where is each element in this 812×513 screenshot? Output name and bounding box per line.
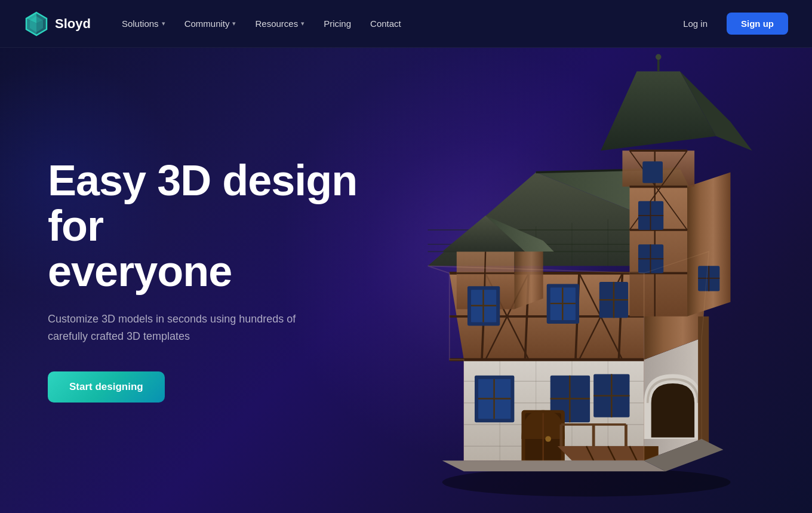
nav-left: Sloyd Solutions ▾ Community ▾ Resources … xyxy=(24,11,408,36)
svg-rect-88 xyxy=(642,161,663,183)
nav-item-community[interactable]: Community ▾ xyxy=(177,14,244,33)
hero-section: Easy 3D design for everyone Customize 3D… xyxy=(0,0,812,513)
logo-text: Sloyd xyxy=(55,16,91,32)
navigation: Sloyd Solutions ▾ Community ▾ Resources … xyxy=(0,0,812,48)
building-illustration xyxy=(370,48,788,513)
login-button[interactable]: Log in xyxy=(676,14,715,33)
svg-point-92 xyxy=(545,436,551,442)
chevron-down-icon: ▾ xyxy=(301,20,304,27)
hero-subtitle: Customize 3D models in seconds using hun… xyxy=(48,311,322,345)
nav-item-solutions[interactable]: Solutions ▾ xyxy=(115,14,173,33)
signup-button[interactable]: Sign up xyxy=(727,13,788,35)
nav-item-resources[interactable]: Resources ▾ xyxy=(248,14,312,33)
svg-point-54 xyxy=(656,54,662,60)
svg-marker-106 xyxy=(442,460,666,471)
chevron-down-icon: ▾ xyxy=(162,20,165,27)
hero-visual xyxy=(370,48,788,513)
nav-right: Log in Sign up xyxy=(676,13,788,35)
svg-marker-42 xyxy=(687,172,730,316)
logo-icon xyxy=(24,11,49,36)
nav-item-pricing[interactable]: Pricing xyxy=(316,14,358,33)
hero-title: Easy 3D design for everyone xyxy=(48,158,358,294)
cta-button[interactable]: Start designing xyxy=(48,371,165,403)
svg-point-6 xyxy=(442,468,731,496)
nav-links: Solutions ▾ Community ▾ Resources ▾ Pric… xyxy=(115,14,408,33)
logo[interactable]: Sloyd xyxy=(24,11,91,36)
chevron-down-icon: ▾ xyxy=(232,20,236,27)
svg-marker-93 xyxy=(558,446,659,460)
svg-marker-51 xyxy=(601,72,716,151)
svg-rect-102 xyxy=(698,317,709,446)
hero-content: Easy 3D design for everyone Customize 3D… xyxy=(0,158,358,402)
nav-item-contact[interactable]: Contact xyxy=(363,14,408,33)
